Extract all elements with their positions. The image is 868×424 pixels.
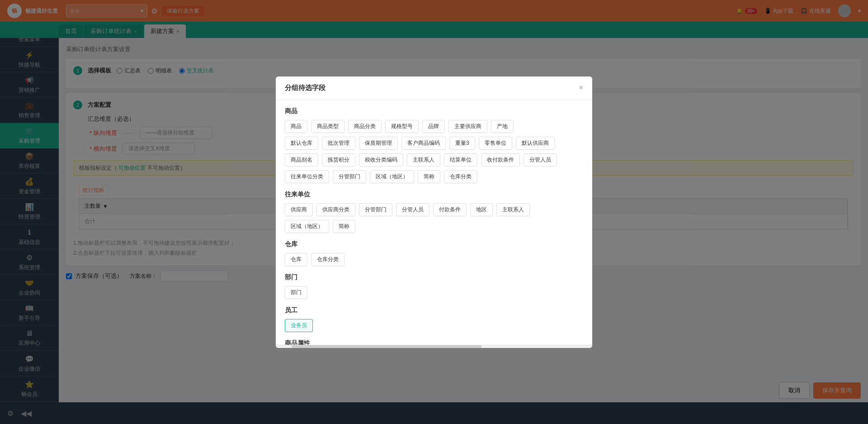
field-tag-main-supplier[interactable]: 主要供应商 [448,120,487,133]
goods-field-grid-2: 默认仓库 批次管理 保质期管理 客户商品编码 重量3 零售单位 默认供应商 [285,137,583,150]
modal-hscroll-thumb [292,345,481,348]
field-tag-spec-model[interactable]: 规格型号 [385,120,419,133]
field-tag-supplier[interactable]: 供应商 [285,203,313,216]
goods-field-grid-3: 商品别名 拣货积分 税收分类编码 主联系人 结算单位 收付款条件 分管人员 [285,153,583,167]
field-tag-dept[interactable]: 分管部门 [359,203,392,216]
goods-field-grid-4: 往来单位分类 分管部门 区域（地区） 简称 仓库分类 [285,170,583,183]
modal-close-button[interactable]: × [579,84,583,92]
section-title-goods: 商品 [285,107,583,115]
modal-title: 分组待选字段 [285,84,326,92]
partner-field-grid-1: 供应商 供应商分类 分管部门 分管人员 付款条件 地区 主联系人 [285,203,583,216]
modal-hscroll[interactable] [276,345,592,348]
field-tag-wh-cat[interactable]: 仓库分类 [311,253,344,266]
field-tag-partner-cat[interactable]: 往来单位分类 [285,170,329,183]
field-tag-shelf-life[interactable]: 保质期管理 [359,137,398,150]
goods-field-grid: 商品 商品类型 商品分类 规格型号 品牌 主要供应商 产地 [285,120,583,133]
field-tag-salesperson[interactable]: 业务员 [285,319,313,332]
section-title-dept: 部门 [285,273,583,281]
warehouse-field-grid: 仓库 仓库分类 [285,253,583,266]
field-tag-supplier-cat[interactable]: 供应商分类 [316,203,355,216]
field-tag-main-contact2[interactable]: 主联系人 [496,203,530,216]
field-tag-goods[interactable]: 商品 [285,120,307,133]
modal-header: 分组待选字段 × [276,76,592,100]
staff-field-grid: 业务员 [285,319,583,332]
field-tag-default-warehouse[interactable]: 默认仓库 [285,137,318,150]
field-tag-area[interactable]: 地区 [470,203,493,216]
field-tag-retail-unit[interactable]: 零售单位 [479,137,512,150]
field-tag-person[interactable]: 分管人员 [396,203,429,216]
field-tag-alias[interactable]: 商品别名 [285,153,318,167]
modal-overlay: 分组待选字段 × 商品 商品 商品类型 商品分类 规格型号 品牌 主要供应商 产… [0,0,868,424]
field-tag-batch[interactable]: 批次管理 [322,137,355,150]
field-tag-manager[interactable]: 分管人员 [524,153,557,167]
field-tag-department[interactable]: 部门 [285,286,307,299]
partner-field-grid-2: 区域（地区） 简称 [285,220,583,233]
field-tag-pick-points[interactable]: 拣货积分 [322,153,355,167]
field-tag-region[interactable]: 区域（地区） [370,170,414,183]
modal-body: 商品 商品 商品类型 商品分类 规格型号 品牌 主要供应商 产地 默认仓库 批次… [276,100,592,345]
field-tag-short-name[interactable]: 简称 [418,170,440,183]
section-title-staff: 员工 [285,306,583,314]
field-tag-region2[interactable]: 区域（地区） [285,220,329,233]
field-tag-main-contact[interactable]: 主联系人 [407,153,440,167]
field-tag-brand[interactable]: 品牌 [422,120,445,133]
section-title-warehouse: 仓库 [285,240,583,248]
field-tag-short-name2[interactable]: 简称 [333,220,355,233]
field-tag-payment-terms[interactable]: 收付款条件 [481,153,520,167]
field-tag-goods-type[interactable]: 商品类型 [311,120,344,133]
field-tag-goods-cat[interactable]: 商品分类 [348,120,382,133]
dept-field-grid: 部门 [285,286,583,299]
modal-dialog: 分组待选字段 × 商品 商品 商品类型 商品分类 规格型号 品牌 主要供应商 产… [276,76,592,348]
field-tag-pay-terms[interactable]: 付款条件 [433,203,467,216]
field-tag-manage-dept[interactable]: 分管部门 [333,170,366,183]
field-tag-customer-code[interactable]: 客户商品编码 [401,137,446,150]
field-tag-weight[interactable]: 重量3 [449,137,475,150]
field-tag-warehouse-cat[interactable]: 仓库分类 [444,170,477,183]
field-tag-origin[interactable]: 产地 [491,120,514,133]
field-tag-tax-code[interactable]: 税收分类编码 [359,153,403,167]
section-title-partner: 往来单位 [285,191,583,199]
field-tag-wh[interactable]: 仓库 [285,253,307,266]
section-title-goods-attr: 商品属性 [285,339,583,345]
field-tag-default-supplier[interactable]: 默认供应商 [516,137,555,150]
field-tag-settle-unit[interactable]: 结算单位 [444,153,477,167]
